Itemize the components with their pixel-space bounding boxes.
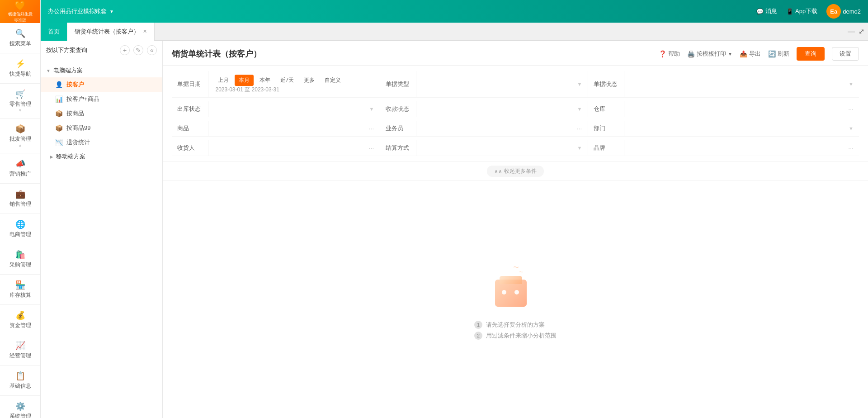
brand-dots: ···	[848, 144, 854, 152]
sidebar-item-basic[interactable]: 📋 基础信息	[0, 366, 40, 396]
settings-button[interactable]: 设置	[832, 47, 859, 61]
tabs-bar: 首页 销货单统计表（按客户） ✕ — ⤢	[41, 23, 868, 41]
scheme-tree: ▼ 电脑端方案 👤 按客户 📊 按客户+商品 📦 按商品	[41, 60, 162, 418]
sidebar: 🧡 畅捷信好生意 标准版 🔍 搜索菜单 ⚡ 快捷导航 🛒 零售管理 ▼ 📦 批发…	[0, 0, 41, 418]
purchase-icon: 🛍️	[15, 250, 25, 260]
goods-label: 商品	[172, 121, 208, 137]
edit-scheme-btn[interactable]: ✎	[133, 45, 143, 55]
scheme-item-customer[interactable]: 👤 按客户	[41, 77, 162, 92]
wholesale-icon: 📦	[15, 124, 25, 134]
order-type-cell[interactable]: ▼	[416, 71, 588, 98]
warehouse-label: 仓库	[588, 101, 624, 117]
message-btn[interactable]: 💬 消息	[756, 7, 777, 15]
scheme-item-goods[interactable]: 📦 按商品	[41, 106, 162, 121]
query-button[interactable]: 查询	[797, 47, 825, 61]
sidebar-item-inventory[interactable]: 🏪 库存核算	[0, 275, 40, 305]
add-scheme-btn[interactable]: +	[120, 45, 130, 55]
settlement-chevron: ▼	[577, 145, 582, 151]
customer-goods-icon: 📊	[55, 95, 63, 103]
scheme-item-goods99[interactable]: 📦 按商品99	[41, 121, 162, 135]
page-title-bar: 销货单统计表（按客户） ❓ 帮助 🖨️ 按模板打印 ▼ 📤 导出	[163, 41, 868, 66]
filter-table-row2: 出库状态 ▼ 收款状态 ▼ 仓库	[172, 101, 859, 117]
logo-sub: 标准版	[14, 17, 26, 23]
maximize-icon[interactable]: ⤢	[859, 27, 864, 36]
sidebar-item-operations[interactable]: 📈 经营管理	[0, 335, 40, 366]
brand-cell[interactable]: ···	[624, 140, 859, 156]
close-tab-icon[interactable]: ✕	[143, 28, 147, 34]
goods-icon: 📦	[55, 110, 63, 117]
date-buttons: 上月 本月 本年 近7天 更多 自定义	[214, 75, 374, 86]
out-status-cell[interactable]: ▼	[208, 101, 380, 117]
sidebar-search-label: 搜索菜单	[9, 40, 31, 48]
tip-num-1: 1	[474, 321, 482, 329]
sidebar-item-sales[interactable]: 💼 销售管理	[0, 184, 40, 214]
left-panel-title: 按以下方案查询	[46, 46, 116, 54]
date-range: 2023-03-01 至 2023-03-31	[216, 86, 279, 93]
recipient-cell[interactable]: ···	[208, 140, 380, 156]
desktop-section-header[interactable]: ▼ 电脑端方案	[41, 64, 162, 77]
date-btn-custom[interactable]: 自定义	[321, 75, 345, 86]
avatar: Ea	[826, 4, 841, 19]
goods99-icon: 📦	[55, 124, 63, 132]
out-status-chevron: ▼	[369, 106, 374, 112]
sidebar-item-search[interactable]: 🔍 搜索菜单	[0, 23, 40, 53]
template-print-btn[interactable]: 🖨️ 按模板打印 ▼	[687, 50, 732, 58]
sidebar-item-wholesale[interactable]: 📦 批发管理 ▲	[0, 119, 40, 153]
basic-icon: 📋	[15, 371, 25, 381]
refresh-btn[interactable]: 🔄 刷新	[768, 50, 789, 58]
app-download-btn[interactable]: 📱 App下载	[786, 7, 817, 15]
date-btn-more[interactable]: 更多	[300, 75, 319, 86]
scheme-goods99-label: 按商品99	[66, 124, 90, 132]
recipient-dots: ···	[369, 144, 374, 152]
date-btn-this-month[interactable]: 本月	[235, 75, 254, 86]
date-btn-prev-month[interactable]: 上月	[214, 75, 233, 86]
receive-status-cell[interactable]: ▼	[416, 101, 588, 117]
sidebar-item-purchase[interactable]: 🛍️ 采购管理	[0, 244, 40, 275]
sidebar-item-marketing[interactable]: 📣 营销推广	[0, 153, 40, 184]
warehouse-cell[interactable]: ···	[624, 101, 859, 117]
sidebar-item-retail[interactable]: 🛒 零售管理 ▼	[0, 84, 40, 119]
tab-home[interactable]: 首页	[41, 23, 67, 41]
scheme-item-return[interactable]: 📉 退货统计	[41, 135, 162, 150]
date-btn-this-year[interactable]: 本年	[255, 75, 274, 86]
left-panel: 按以下方案查询 + ✎ « ▼ 电脑端方案 👤 按客户 📊	[41, 41, 163, 418]
sidebar-item-finance[interactable]: 💰 资金管理	[0, 305, 40, 335]
mobile-section: ▶ 移动端方案	[41, 150, 162, 163]
tab-sales-stat[interactable]: 销货单统计表（按客户） ✕	[67, 23, 155, 41]
app-logo[interactable]: 🧡 畅捷信好生意 标准版	[0, 0, 41, 23]
sidebar-item-quicknav[interactable]: ⚡ 快捷导航	[0, 53, 40, 84]
top-header: 办公用品行业模拟账套 ▼ 💬 消息 📱 App下载 Ea demo2	[41, 0, 868, 23]
mobile-arrow: ▶	[50, 154, 53, 159]
user-menu[interactable]: Ea demo2	[826, 4, 861, 19]
sales-icon: 💼	[15, 189, 25, 199]
scheme-item-customer-goods[interactable]: 📊 按客户+商品	[41, 92, 162, 106]
operations-icon: 📈	[15, 341, 25, 351]
goods-cell[interactable]: ···	[208, 121, 380, 137]
date-label: 单据日期	[172, 71, 208, 98]
left-panel-header: 按以下方案查询 + ✎ «	[41, 41, 162, 60]
export-btn[interactable]: 📤 导出	[740, 50, 761, 58]
empty-tips: 1 请先选择要分析的方案 2 用过滤条件来缩小分析范围	[474, 321, 557, 340]
date-filter-cell: 上月 本月 本年 近7天 更多 自定义 2023-03-01 至 2023-03…	[208, 71, 380, 98]
sidebar-item-ecommerce[interactable]: 🌐 电商管理	[0, 214, 40, 244]
refresh-icon: 🔄	[768, 50, 776, 57]
quicknav-icon: ⚡	[15, 59, 25, 69]
desktop-section: ▼ 电脑端方案 👤 按客户 📊 按客户+商品 📦 按商品	[41, 64, 162, 150]
minimize-icon[interactable]: —	[848, 28, 855, 36]
dept-cell[interactable]: ▼	[624, 121, 859, 137]
search-icon: 🔍	[15, 28, 25, 38]
settlement-cell[interactable]: ▼	[416, 140, 588, 156]
sidebar-item-system[interactable]: ⚙️ 系统管理	[0, 396, 40, 418]
marketing-icon: 📣	[15, 159, 25, 169]
industry-select[interactable]: 办公用品行业模拟账套 ▼	[48, 7, 114, 15]
collapse-panel-btn[interactable]: «	[147, 45, 157, 55]
collapse-btn[interactable]: ∧∧ 收起更多条件	[487, 166, 544, 177]
finance-icon: 💰	[15, 310, 25, 320]
mobile-section-header[interactable]: ▶ 移动端方案	[41, 150, 162, 163]
sidebar-quicknav-label: 快捷导航	[9, 70, 31, 78]
dept-chevron: ▼	[849, 126, 854, 131]
help-btn[interactable]: ❓ 帮助	[659, 50, 680, 58]
date-btn-7days[interactable]: 近7天	[276, 75, 298, 86]
order-status-cell[interactable]: ▼	[624, 71, 859, 98]
salesman-cell[interactable]: ···	[416, 121, 588, 137]
